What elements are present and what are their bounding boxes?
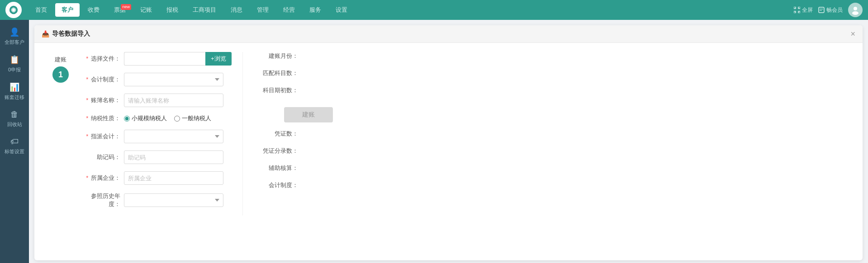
svg-rect-5 bbox=[798, 11, 800, 13]
new-badge: new bbox=[121, 4, 131, 10]
file-row: * 选择文件： +浏览 bbox=[80, 52, 232, 66]
ledger-name-input[interactable] bbox=[124, 94, 223, 107]
subject-init-row: 科目期初数： bbox=[257, 86, 360, 94]
aux-calc-row: 辅助核算： bbox=[257, 164, 360, 172]
sidebar-item-recycle[interactable]: 🗑 回收站 bbox=[0, 106, 29, 132]
svg-point-8 bbox=[852, 11, 859, 15]
nav-customer[interactable]: 客户 bbox=[55, 3, 80, 17]
nav-home[interactable]: 首页 bbox=[29, 3, 53, 17]
ledger-name-label: * 账簿名称： bbox=[80, 96, 120, 104]
svg-rect-3 bbox=[798, 7, 800, 9]
member-button[interactable]: 畅会员 bbox=[818, 6, 843, 14]
svg-point-7 bbox=[854, 7, 857, 10]
tax-type-label: * 纳税性质： bbox=[80, 114, 120, 122]
close-button[interactable]: × bbox=[850, 30, 855, 38]
import-icon: 📥 bbox=[42, 30, 49, 38]
nav-settings[interactable]: 设置 bbox=[329, 3, 354, 17]
voucher-label: 凭证数： bbox=[257, 130, 298, 138]
svg-point-1 bbox=[12, 9, 15, 11]
memo-label: 助记码： bbox=[80, 153, 120, 161]
dialog: 📥 导爸数据导入 × 建账 1 bbox=[34, 25, 863, 260]
build-month-label: 建账月份： bbox=[257, 52, 298, 60]
nav-tax[interactable]: 报税 bbox=[160, 3, 185, 17]
nav-service[interactable]: 服务 bbox=[303, 3, 327, 17]
subject-init-label: 科目期初数： bbox=[257, 86, 298, 94]
sidebar-item-migration[interactable]: 📊 账套迁移 bbox=[0, 79, 29, 104]
voucher-row: 凭证数： bbox=[257, 130, 360, 138]
nav-invoice[interactable]: 票据 new bbox=[108, 3, 132, 17]
dialog-body: 建账 1 * 选择文件： +浏览 bbox=[34, 43, 863, 225]
declare-icon: 📋 bbox=[9, 55, 19, 65]
app-logo[interactable] bbox=[5, 2, 22, 18]
memo-row: 助记码： bbox=[80, 150, 232, 164]
accounting-system-label: 会计制度： bbox=[257, 181, 298, 189]
svg-rect-4 bbox=[794, 11, 796, 13]
sidebar-item-all-customers[interactable]: 👤 全部客户 bbox=[0, 23, 29, 49]
voucher-records-row: 凭证分录数： bbox=[257, 147, 360, 155]
browse-button[interactable]: +浏览 bbox=[205, 52, 232, 66]
nav-manage[interactable]: 管理 bbox=[251, 3, 275, 17]
accounting-system-row: 会计制度： bbox=[257, 181, 360, 189]
step-area: 建账 1 bbox=[52, 52, 69, 83]
file-label: * 选择文件： bbox=[80, 55, 120, 63]
dialog-title: 📥 导爸数据导入 bbox=[42, 30, 90, 38]
voucher-records-label: 凭证分录数： bbox=[257, 147, 298, 155]
match-subject-label: 匹配科目数： bbox=[257, 69, 298, 77]
info-area: 建账月份： 匹配科目数： 科目期初数： 建账 bbox=[242, 52, 360, 216]
accountant-select[interactable] bbox=[124, 130, 223, 143]
migration-icon: 📊 bbox=[9, 82, 19, 92]
svg-rect-6 bbox=[819, 7, 824, 13]
main-layout: 👤 全部客户 📋 0申报 📊 账套迁移 🗑 回收站 🏷 标签设置 📥 导爸 bbox=[0, 20, 868, 263]
fullscreen-button[interactable]: 全屏 bbox=[794, 6, 813, 14]
memo-input[interactable] bbox=[124, 150, 223, 164]
file-input[interactable] bbox=[124, 52, 205, 66]
company-label: * 所属企业： bbox=[80, 174, 120, 182]
recycle-icon: 🗑 bbox=[10, 110, 19, 119]
build-button-container: 建账 bbox=[257, 103, 360, 122]
main-content: 📥 导爸数据导入 × 建账 1 bbox=[29, 20, 868, 263]
accountant-row: * 指派会计： bbox=[80, 130, 232, 143]
build-button[interactable]: 建账 bbox=[284, 107, 333, 122]
accounting-row: * 会计制度： bbox=[80, 73, 232, 86]
step-circle: 1 bbox=[52, 66, 69, 83]
nav-fee[interactable]: 收费 bbox=[81, 3, 106, 17]
nav-message[interactable]: 消息 bbox=[224, 3, 249, 17]
tax-type-radio-group: 小规模纳税人 一般纳税人 bbox=[124, 114, 211, 122]
nav-biz[interactable]: 工商项目 bbox=[186, 3, 223, 17]
svg-rect-2 bbox=[794, 7, 796, 9]
nav-account[interactable]: 记账 bbox=[134, 3, 158, 17]
accountant-label: * 指派会计： bbox=[80, 132, 120, 141]
dialog-header: 📥 导爸数据导入 × bbox=[34, 25, 863, 43]
history-year-select[interactable] bbox=[124, 193, 223, 207]
ledger-name-row: * 账簿名称： bbox=[80, 94, 232, 107]
nav-menu: 首页 客户 收费 票据 new 记账 报税 工商项目 消息 管理 经营 服务 设… bbox=[29, 3, 794, 17]
sidebar-item-tag[interactable]: 🏷 标签设置 bbox=[0, 133, 29, 159]
aux-calc-label: 辅助核算： bbox=[257, 164, 298, 172]
accounting-select[interactable] bbox=[124, 73, 223, 86]
all-customers-icon: 👤 bbox=[9, 27, 19, 37]
match-subject-row: 匹配科目数： bbox=[257, 69, 360, 77]
history-year-label: 参照历史年度： bbox=[80, 192, 120, 208]
sidebar: 👤 全部客户 📋 0申报 📊 账套迁移 🗑 回收站 🏷 标签设置 bbox=[0, 20, 29, 263]
tax-type-row: * 纳税性质： 小规模纳税人 一般纳税人 bbox=[80, 114, 232, 122]
build-month-row: 建账月份： bbox=[257, 52, 360, 60]
sidebar-item-declare[interactable]: 📋 0申报 bbox=[0, 51, 29, 77]
company-row: * 所属企业： bbox=[80, 171, 232, 185]
top-navigation: 首页 客户 收费 票据 new 记账 报税 工商项目 消息 管理 经营 服务 设… bbox=[0, 0, 868, 20]
history-year-row: 参照历史年度： bbox=[80, 192, 232, 208]
user-avatar[interactable] bbox=[848, 3, 863, 17]
tag-icon: 🏷 bbox=[10, 137, 19, 146]
accounting-label: * 会计制度： bbox=[80, 75, 120, 84]
file-input-group: +浏览 bbox=[124, 52, 232, 66]
radio-general-taxpayer[interactable]: 一般纳税人 bbox=[174, 114, 211, 122]
nav-finance[interactable]: 经营 bbox=[277, 3, 301, 17]
top-right-actions: 全屏 畅会员 bbox=[794, 3, 863, 17]
step-label: 建账 bbox=[55, 56, 66, 64]
company-input[interactable] bbox=[124, 171, 223, 185]
radio-small-taxpayer[interactable]: 小规模纳税人 bbox=[124, 114, 167, 122]
form-area: * 选择文件： +浏览 * 会计制度： bbox=[80, 52, 232, 216]
